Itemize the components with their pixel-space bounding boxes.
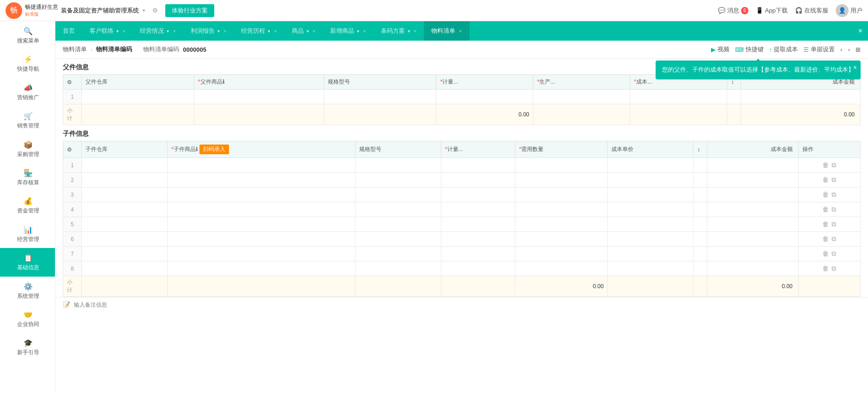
system-dropdown-icon[interactable]: ▾ [143,8,145,13]
sidebar-item-quick-nav[interactable]: ⚡ 快捷导航 [0,49,55,78]
tab-goods[interactable]: 商品 ▾ × [284,21,323,41]
child-qty-cell[interactable] [515,217,608,232]
nav-prev-btn[interactable]: ‹ [840,46,842,53]
child-spec-cell[interactable] [355,261,441,276]
sidebar-item-basic-info[interactable]: 📋 基础信息 [0,248,55,276]
scan-button[interactable]: 扫码录入 [199,145,229,154]
child-spec-cell[interactable] [355,247,441,261]
child-warehouse-cell[interactable] [82,187,168,202]
delete-icon[interactable]: 🗑 [822,206,829,213]
app-download-btn[interactable]: 📱 App下载 [756,6,788,15]
child-warehouse-cell[interactable] [82,217,168,232]
child-warehouse-cell[interactable] [82,158,168,173]
child-unit-cell[interactable] [441,261,515,276]
child-product-cell[interactable] [167,247,355,261]
tab-goods-close[interactable]: × [313,28,315,34]
child-product-cell[interactable] [167,261,355,276]
child-unit-cell[interactable] [441,202,515,217]
delete-icon[interactable]: 🗑 [822,265,829,272]
extract-cost-btn[interactable]: ↑ 提取成本 [769,45,798,54]
child-spec-cell[interactable] [355,217,441,232]
tab-new-goods[interactable]: 新增商品 ▾ × [323,21,373,41]
child-unit-cell[interactable] [441,217,515,232]
parent-warehouse-cell[interactable] [82,90,194,104]
sidebar-item-sales[interactable]: 🛒 销售管理 [0,106,55,134]
sidebar-item-guide[interactable]: 🎓 新手引导 [0,333,55,361]
child-qty-cell[interactable] [515,247,608,261]
parent-cost-cell[interactable] [630,90,727,104]
tab-customer[interactable]: 客户联络 ▾ × [82,21,133,41]
child-spec-cell[interactable] [355,158,441,173]
sidebar-item-operations[interactable]: 📊 经营管理 [0,220,55,248]
child-unit-cell[interactable] [441,158,515,173]
delete-icon[interactable]: 🗑 [822,191,829,199]
grid-view-btn[interactable]: ⊞ [856,46,861,53]
sidebar-item-finance[interactable]: 💰 资金管理 [0,191,55,219]
copy-icon[interactable]: ⧉ [832,161,836,169]
tab-history-close[interactable]: × [274,28,277,34]
child-unit-cost-cell[interactable] [608,261,693,276]
delete-icon[interactable]: 🗑 [822,176,829,184]
child-qty-cell[interactable] [515,261,608,276]
child-unit-cost-cell[interactable] [608,158,693,173]
child-spec-cell[interactable] [355,187,441,202]
child-product-cell[interactable] [167,158,355,173]
tooltip-close-btn[interactable]: × [853,62,857,73]
parent-spec-cell[interactable] [324,90,436,104]
copy-icon[interactable]: ⧉ [832,206,836,213]
message-btn[interactable]: 💬 消息 6 [718,6,748,15]
nav-next-btn[interactable]: › [848,46,850,53]
copy-icon[interactable]: ⧉ [832,176,836,184]
copy-icon[interactable]: ⧉ [832,235,836,243]
note-input[interactable] [74,302,861,308]
child-unit-cost-cell[interactable] [608,247,693,261]
child-product-cell[interactable] [167,187,355,202]
copy-icon[interactable]: ⧉ [832,220,836,228]
copy-icon[interactable]: ⧉ [832,265,836,272]
tab-new-goods-close[interactable]: × [363,28,366,34]
sidebar-item-system[interactable]: ⚙️ 系统管理 [0,277,55,305]
child-warehouse-cell[interactable] [82,232,168,247]
child-unit-cost-cell[interactable] [608,202,693,217]
child-unit-cost-cell[interactable] [608,173,693,187]
tab-ops-close[interactable]: × [173,28,175,34]
tab-home[interactable]: 首页 [55,21,82,41]
child-warehouse-cell[interactable] [82,247,168,261]
child-qty-cell[interactable] [515,187,608,202]
sidebar-item-inventory[interactable]: 🏪 库存核算 [0,163,55,191]
sidebar-item-marketing[interactable]: 📣 营销推广 [0,78,55,106]
sidebar-item-enterprise[interactable]: 🤝 企业协同 [0,305,55,333]
child-product-cell[interactable] [167,217,355,232]
shortcut-btn[interactable]: ⌨ 快捷键 [735,45,764,54]
delete-icon[interactable]: 🗑 [822,220,829,228]
parent-produce-cell[interactable] [533,90,630,104]
child-qty-cell[interactable] [515,232,608,247]
tab-bom-close[interactable]: × [459,28,462,34]
parent-product-cell[interactable] [194,90,324,104]
delete-icon[interactable]: 🗑 [822,235,829,243]
single-settings-btn[interactable]: ☰ 单据设置 [803,45,835,54]
tab-profit-close[interactable]: × [223,28,226,34]
tab-customer-close[interactable]: × [122,28,125,34]
tab-operations-status[interactable]: 经营情况 ▾ × [133,21,183,41]
child-spec-cell[interactable] [355,232,441,247]
trial-button[interactable]: 体验行业方案 [165,4,214,17]
child-qty-cell[interactable] [515,173,608,187]
sidebar-item-search[interactable]: 🔍 搜索菜单 [0,21,55,49]
child-spec-cell[interactable] [355,202,441,217]
tab-profit-report[interactable]: 利润报告 ▾ × [183,21,234,41]
child-product-cell[interactable] [167,173,355,187]
online-service-btn[interactable]: 🎧 在线客服 [795,6,828,15]
user-btn[interactable]: 👤 用户 [836,4,862,17]
child-qty-cell[interactable] [515,158,608,173]
child-warehouse-cell[interactable] [82,202,168,217]
child-unit-cost-cell[interactable] [608,187,693,202]
child-unit-cost-cell[interactable] [608,232,693,247]
copy-icon[interactable]: ⧉ [832,191,836,199]
tab-barcode-close[interactable]: × [414,28,416,34]
child-unit-cell[interactable] [441,232,515,247]
child-warehouse-cell[interactable] [82,261,168,276]
child-product-cell[interactable] [167,202,355,217]
child-unit-cell[interactable] [441,173,515,187]
breadcrumb-bom-list[interactable]: 物料清单 [63,45,87,54]
